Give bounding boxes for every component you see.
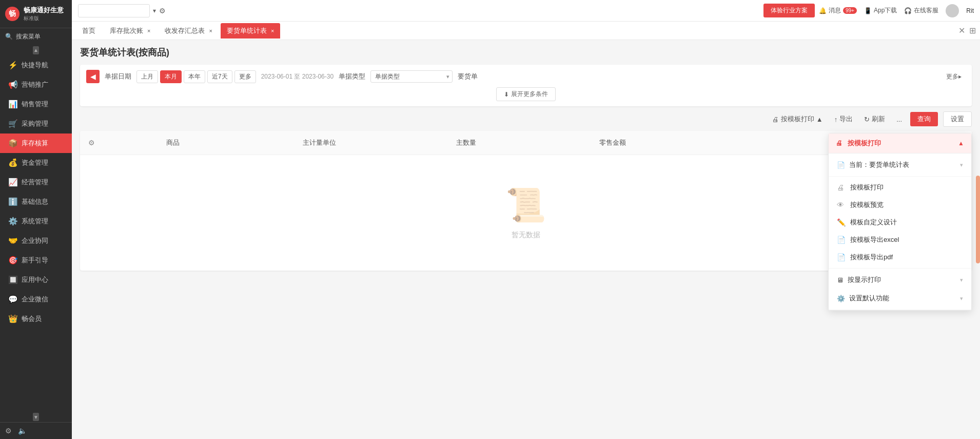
date-btn-上月[interactable]: 上月 (136, 70, 158, 83)
avatar[interactable] (946, 4, 959, 17)
app-download-item[interactable]: 📱 App下载 (864, 6, 897, 15)
tab-receipt-summary[interactable]: 收发存汇总表× (159, 23, 218, 39)
sidebar-item-app-center[interactable]: 🔲 应用中心 (0, 270, 72, 290)
set-default-label: 设置默认功能 (849, 294, 889, 303)
sidebar-item-finance[interactable]: 💰 资金管理 (0, 153, 72, 173)
col-retail: 零售金额 (542, 134, 683, 151)
current-template-icon: 📄 (837, 161, 845, 169)
sidebar-item-vip[interactable]: 👑 畅会员 (0, 309, 72, 329)
printer-icon: 🖨 (772, 116, 779, 123)
tab-close-receipt-summary[interactable]: × (209, 28, 212, 34)
speaker-icon[interactable]: 🔈 (18, 427, 27, 435)
table-settings-btn[interactable]: ⚙ (86, 138, 96, 148)
set-default-arrow: ▾ (960, 295, 963, 302)
template-print-label: 按模板打印 (850, 183, 884, 192)
operations-label: 经营管理 (22, 178, 48, 187)
print-dropdown: 🖨 按模板打印 ▲ 📄 当前：要货单统计表 ▾ (828, 133, 972, 311)
template-pdf-icon: 📄 (837, 253, 846, 261)
tab-label-receipt-summary: 收发存汇总表 (165, 26, 205, 35)
sidebar-item-enterprise-wechat[interactable]: 💬 企业微信 (0, 290, 72, 309)
topbar: ▾ ⚙ 体验行业方案 🔔 消息 99+ 📱 App下载 🎧 在线客服 Rit (72, 0, 980, 22)
date-range: 2023-06-01 至 2023-06-30 (261, 72, 334, 81)
query-btn[interactable]: 查询 (910, 112, 938, 126)
tab-order-stats[interactable]: 要货单统计表× (221, 23, 280, 39)
tab-home[interactable]: 首页 (76, 23, 102, 39)
finance-label: 资金管理 (22, 158, 48, 167)
sidebar-item-system[interactable]: ⚙️ 系统管理 (0, 212, 72, 231)
date-btn-本年[interactable]: 本年 (184, 70, 205, 83)
logo-text: 畅康通好生意 标准版 (24, 6, 64, 22)
logo-main: 畅康通好生意 (24, 6, 64, 15)
dropdown-item-template-preview[interactable]: 👁 按模板预览 (829, 196, 971, 214)
dropdown-current-section: 📄 当前：要货单统计表 ▾ (829, 154, 971, 177)
sidebar-item-inventory[interactable]: 📦 库存核算 (0, 133, 72, 153)
set-default-icon: ⚙️ (837, 295, 845, 302)
right-scrollbar[interactable] (976, 176, 980, 263)
sidebar-item-enterprise[interactable]: 🤝 企业协同 (0, 231, 72, 251)
close-window-btn[interactable]: ✕ (958, 26, 965, 35)
dropdown-group-display-print[interactable]: 🖥 按显示打印 ▾ (829, 271, 971, 289)
search-icon: 🔍 (5, 33, 13, 40)
topbar-search-input[interactable] (78, 4, 150, 17)
sidebar-item-quick-nav[interactable]: ⚡ 快捷导航 (0, 55, 72, 75)
more-btn[interactable]: ... (893, 113, 905, 125)
maximize-window-btn[interactable]: ⊞ (969, 26, 976, 35)
empty-text: 暂无数据 (512, 231, 540, 240)
sidebar-item-marketing[interactable]: 📢 营销推广 (0, 75, 72, 94)
dropdown-group-set-default[interactable]: ⚙️ 设置默认功能 ▾ (829, 289, 971, 308)
template-preview-icon: 👁 (837, 201, 846, 209)
username[interactable]: Rit (966, 7, 974, 14)
scroll-down-arrow[interactable]: ▼ (33, 413, 39, 421)
sidebar-item-basic[interactable]: ℹ️ 基础信息 (0, 192, 72, 212)
filter-more-btn[interactable]: 更多▸ (942, 70, 966, 83)
online-service-label: 在线客服 (914, 6, 938, 15)
scroll-up-arrow[interactable]: ▲ (33, 46, 39, 54)
inventory-icon: 📦 (8, 139, 17, 148)
dropdown-item-template-design[interactable]: ✏️ 模板自定义设计 (829, 214, 971, 231)
marketing-label: 营销推广 (22, 80, 48, 89)
sidebar-item-sales[interactable]: 📊 销售管理 (0, 94, 72, 114)
type-select[interactable]: 单据类型 (370, 70, 453, 83)
filter-expand-btn[interactable]: ◀ (86, 70, 100, 83)
date-btn-本月[interactable]: 本月 (160, 70, 182, 83)
app-center-label: 应用中心 (22, 275, 48, 284)
tab-close-inventory-batch[interactable]: × (147, 28, 150, 34)
system-icon: ⚙️ (8, 217, 17, 226)
template-excel-icon: 📄 (837, 236, 846, 244)
template-design-label: 模板自定义设计 (850, 218, 897, 227)
settings-icon[interactable]: ⚙ (5, 427, 12, 435)
bell-icon: 🔔 (819, 7, 827, 14)
industry-btn[interactable]: 体验行业方案 (763, 4, 815, 17)
logo-icon: 畅 (5, 7, 19, 21)
dropdown-current-item[interactable]: 📄 当前：要货单统计表 ▾ (829, 156, 971, 174)
date-btn-近7天[interactable]: 近7天 (207, 70, 232, 83)
expand-more-btn[interactable]: ⬇ 展开更多条件 (496, 87, 556, 101)
dropdown-collapse-arrow[interactable]: ▲ (958, 140, 964, 147)
tab-inventory-batch[interactable]: 库存批次账× (104, 23, 156, 39)
sidebar-item-newbie[interactable]: 🎯 新手引导 (0, 251, 72, 270)
sidebar-item-operations[interactable]: 📈 经营管理 (0, 173, 72, 192)
type-filter-label: 单据类型 (339, 72, 365, 81)
empty-icon: 📜 (505, 186, 546, 224)
sidebar-search[interactable]: 🔍 搜索菜单 (0, 28, 72, 45)
online-service-item[interactable]: 🎧 在线客服 (904, 6, 938, 15)
settings-btn[interactable]: 设置 (943, 111, 972, 127)
date-btn-更多[interactable]: 更多 (234, 70, 256, 83)
filter-more-label: 更多▸ (946, 72, 962, 81)
topbar-gear-icon[interactable]: ⚙ (159, 7, 166, 15)
tabs-bar: 首页库存批次账×收发存汇总表×要货单统计表× ✕ ⊞ (72, 22, 980, 40)
tab-close-order-stats[interactable]: × (271, 28, 274, 34)
notification-item[interactable]: 🔔 消息 99+ (819, 6, 857, 15)
sidebar-item-purchase[interactable]: 🛒 采购管理 (0, 114, 72, 133)
topbar-dropdown-icon[interactable]: ▾ (153, 7, 156, 14)
main-area: ▾ ⚙ 体验行业方案 🔔 消息 99+ 📱 App下载 🎧 在线客服 Rit 首… (72, 0, 980, 439)
inventory-label: 库存核算 (22, 139, 48, 148)
enterprise-wechat-icon: 💬 (8, 295, 17, 304)
dropdown-item-template-print[interactable]: 🖨 按模板打印 (829, 179, 971, 196)
refresh-btn[interactable]: ↻ 刷新 (861, 112, 888, 126)
print-btn[interactable]: 🖨 按模板打印 ▲ (769, 112, 826, 126)
dropdown-item-template-pdf[interactable]: 📄 按模板导出pdf (829, 249, 971, 266)
export-btn[interactable]: ↑ 导出 (831, 112, 856, 126)
print-dropdown-header[interactable]: 🖨 按模板打印 ▲ (829, 133, 971, 154)
dropdown-item-template-excel[interactable]: 📄 按模板导出excel (829, 231, 971, 249)
